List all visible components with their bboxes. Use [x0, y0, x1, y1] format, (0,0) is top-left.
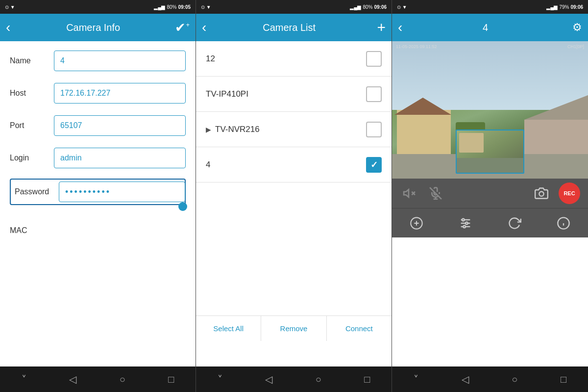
- status-bar-2: ⊙ ▼ ▂▄▆ 80% 09:06: [196, 0, 392, 14]
- password-label: Password: [15, 187, 59, 196]
- nav-square-2[interactable]: □: [356, 370, 378, 389]
- header-title-1: Camera Info: [14, 22, 172, 33]
- nav-back-2[interactable]: ◁: [257, 369, 280, 389]
- camera-checkbox-4[interactable]: [366, 157, 382, 173]
- header-title-3: 4: [406, 22, 564, 33]
- main-video-feed[interactable]: 11-05-2025 09:11:52 CH1[0P]: [392, 41, 588, 179]
- time-2: 09:06: [374, 4, 387, 10]
- name-label: Name: [10, 56, 54, 65]
- camera-item-tv-nvr216[interactable]: ▶ TV-NVR216: [196, 112, 392, 147]
- camera-list-action-bar: Select All Remove Connect: [196, 315, 392, 341]
- password-field-row: Password: [10, 179, 186, 205]
- signal-icon-2: ▂▄▆: [350, 4, 361, 10]
- pip-thumbnail-image: [457, 131, 523, 173]
- host-label: Host: [10, 89, 54, 98]
- back-button-1[interactable]: ‹: [6, 21, 10, 34]
- connect-button[interactable]: Connect: [327, 316, 392, 341]
- camera-info-content: Name Host Port Login Password: [0, 41, 196, 366]
- pip-thumbnail[interactable]: [456, 130, 524, 174]
- phone-camera-view: ⊙ ▼ ▂▄▆ 79% 09:06 ‹ 4 ⚙: [392, 0, 588, 392]
- camera-item-tv-ip410pi[interactable]: TV-IP410PI: [196, 77, 392, 112]
- status-icons-1: ▂▄▆ 80% 09:05: [154, 4, 191, 10]
- nav-back-1[interactable]: ◁: [61, 369, 84, 389]
- status-bar-3: ⊙ ▼ ▂▄▆ 79% 09:06: [392, 0, 588, 14]
- camera-checkbox-tv-ip410pi[interactable]: [366, 86, 382, 102]
- bottom-nav-1: ˅ ◁ ○ □: [0, 366, 196, 392]
- camera-bottom-controls: [392, 208, 588, 237]
- status-left-3: ⊙ ▼: [397, 4, 407, 10]
- header-3: ‹ 4 ⚙: [392, 14, 588, 41]
- header-2: ‹ Camera List +: [196, 14, 392, 41]
- battery-1: 80%: [167, 4, 176, 10]
- nav-home-3[interactable]: ○: [504, 370, 525, 389]
- name-input[interactable]: [54, 51, 186, 71]
- status-icons-2: ▂▄▆ 80% 09:06: [350, 4, 387, 10]
- expand-arrow-tv-nvr216[interactable]: ▶: [206, 126, 211, 133]
- mac-label: MAC: [10, 226, 54, 235]
- nav-chevron-1[interactable]: ˅: [14, 369, 34, 389]
- host-input[interactable]: [54, 83, 186, 104]
- add-camera-button[interactable]: +: [377, 19, 386, 36]
- battery-2: 80%: [363, 4, 372, 10]
- nav-square-1[interactable]: □: [160, 370, 182, 389]
- nav-back-3[interactable]: ◁: [454, 369, 477, 389]
- time-3: 09:06: [570, 4, 583, 10]
- camera-name-12: 12: [206, 54, 366, 64]
- nav-chevron-3[interactable]: ˅: [406, 369, 426, 389]
- signal-icon-1: ▂▄▆: [154, 4, 165, 10]
- nav-home-2[interactable]: ○: [308, 370, 329, 389]
- back-button-3[interactable]: ‹: [398, 21, 402, 34]
- camera-item-4[interactable]: 4: [196, 147, 392, 183]
- camera-live-view: 11-05-2025 09:11:52 CH1[0P]: [392, 41, 588, 237]
- snapshot-button[interactable]: [532, 184, 551, 203]
- name-field-row: Name: [10, 49, 186, 73]
- port-input[interactable]: [54, 115, 186, 136]
- svg-point-6: [539, 192, 543, 196]
- mute-mic-button[interactable]: [426, 184, 445, 203]
- bottom-nav-2: ˅ ◁ ○ □: [196, 366, 392, 392]
- nav-square-3[interactable]: □: [553, 370, 574, 389]
- camera-view-content: 11-05-2025 09:11:52 CH1[0P]: [392, 41, 588, 366]
- bottom-nav-3: ˅ ◁ ○ □: [392, 366, 588, 392]
- camera-checkbox-tv-nvr216[interactable]: [366, 122, 382, 137]
- status-left-1: ⊙ ▼: [5, 4, 15, 10]
- settings-button[interactable]: ⚙: [572, 21, 582, 34]
- phone-camera-list: ⊙ ▼ ▂▄▆ 80% 09:06 ‹ Camera List + 12 TV-…: [196, 0, 392, 392]
- record-button[interactable]: REC: [559, 183, 580, 204]
- port-label: Port: [10, 121, 54, 130]
- back-button-2[interactable]: ‹: [202, 21, 206, 34]
- camera-info-form: Name Host Port Login Password: [0, 41, 196, 259]
- header-1: ‹ Camera Info ✔+: [0, 14, 196, 41]
- nav-chevron-2[interactable]: ˅: [210, 369, 230, 389]
- status-bar-1: ⊙ ▼ ▂▄▆ 80% 09:05: [0, 0, 196, 14]
- video-controls: REC: [392, 179, 588, 208]
- battery-3: 79%: [559, 4, 569, 10]
- password-input[interactable]: [59, 182, 185, 202]
- signal-icon-3: ▂▄▆: [546, 4, 558, 10]
- login-input[interactable]: [54, 148, 186, 168]
- svg-marker-0: [404, 189, 409, 197]
- status-icons-3: ▂▄▆ 79% 09:06: [546, 4, 583, 10]
- remove-button[interactable]: Remove: [261, 316, 326, 341]
- joystick-button[interactable]: [405, 211, 428, 235]
- equalizer-button[interactable]: [454, 211, 477, 235]
- host-field-row: Host: [10, 81, 186, 105]
- time-1: 09:05: [178, 4, 191, 10]
- select-all-button[interactable]: Select All: [196, 316, 261, 341]
- confirm-button-1[interactable]: ✔+: [175, 20, 190, 35]
- info-button[interactable]: [552, 211, 575, 235]
- svg-point-14: [466, 222, 468, 224]
- video-building-left: [397, 110, 451, 154]
- nav-home-1[interactable]: ○: [112, 370, 133, 389]
- camera-name-tv-ip410pi: TV-IP410PI: [206, 89, 366, 99]
- camera-item-12[interactable]: 12: [196, 41, 392, 77]
- camera-name-4: 4: [206, 160, 366, 170]
- refresh-button[interactable]: [503, 211, 526, 235]
- header-title-2: Camera List: [210, 22, 368, 33]
- camera-name-tv-nvr216: ▶ TV-NVR216: [206, 125, 366, 134]
- video-channel: CH1[0P]: [567, 44, 584, 49]
- mute-speaker-button[interactable]: [400, 184, 418, 203]
- camera-checkbox-12[interactable]: [366, 51, 382, 67]
- password-slider[interactable]: [178, 202, 187, 211]
- video-timestamp: 11-05-2025 09:11:52: [396, 44, 437, 49]
